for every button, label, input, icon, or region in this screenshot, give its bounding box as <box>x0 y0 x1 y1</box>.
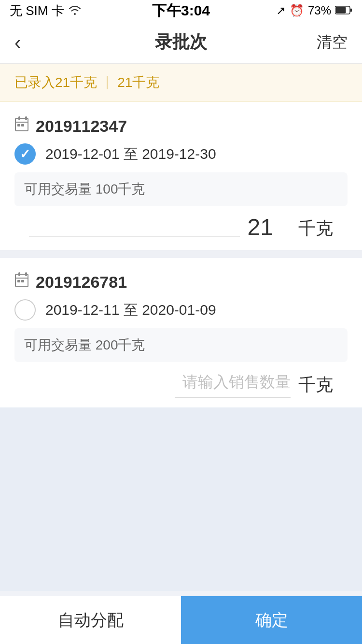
batch-1-card: 2019112347 2019-12-01 至 2019-12-30 可用交易量… <box>0 102 362 250</box>
batch-2-header: 2019126781 <box>14 272 348 292</box>
confirm-button[interactable]: 确定 <box>181 596 362 644</box>
batch-2-input-placeholder[interactable]: 请输入销售数量 <box>182 372 291 393</box>
svg-rect-10 <box>18 272 20 276</box>
batch-1-radio[interactable] <box>14 143 36 165</box>
batch-2-date: 2019-12-11 至 2020-01-09 <box>45 300 216 320</box>
batch-1-header: 2019112347 <box>14 116 348 136</box>
clear-button[interactable]: 清空 <box>317 32 348 53</box>
batch-1-id: 2019112347 <box>36 117 127 136</box>
battery-text: 73% <box>308 4 331 17</box>
batch-2-icon <box>14 272 31 292</box>
batch-2-avail: 可用交易量 200千克 <box>14 328 348 362</box>
batch-1-avail: 可用交易量 100千克 <box>14 172 348 206</box>
bottom-bar: 自动分配 确定 <box>0 596 362 644</box>
back-button[interactable]: ‹ <box>14 33 21 52</box>
batch-1-quantity-row: 21 千克 <box>14 206 348 250</box>
batch-2-row[interactable]: 2019-12-11 至 2020-01-09 <box>14 299 348 321</box>
status-bar-left: 无 SIM 卡 <box>10 2 82 19</box>
location-icon: ↗ <box>276 4 286 17</box>
svg-rect-8 <box>21 124 24 126</box>
info-banner: 已录入21千克 21千克 <box>0 64 362 102</box>
batch-1-icon <box>14 116 31 136</box>
status-bar: 无 SIM 卡 下午3:04 ↗ ⏰ 73% <box>0 0 362 21</box>
info-entered-label: 已录入21千克 <box>14 73 97 92</box>
batch-2-input-underline <box>175 397 291 398</box>
auto-distribute-button[interactable]: 自动分配 <box>0 596 181 644</box>
wifi-icon <box>68 3 82 18</box>
batch-2-unit: 千克 <box>298 373 333 397</box>
svg-rect-5 <box>25 116 27 120</box>
batch-1-row[interactable]: 2019-12-01 至 2019-12-30 <box>14 143 348 165</box>
batch-1-date: 2019-12-01 至 2019-12-30 <box>45 144 216 164</box>
info-divider <box>107 76 108 89</box>
empty-area <box>0 407 362 591</box>
batch-2-id: 2019126781 <box>36 273 127 292</box>
info-value: 21千克 <box>117 73 159 92</box>
batch-2-radio[interactable] <box>14 299 36 321</box>
svg-rect-11 <box>25 272 27 276</box>
svg-rect-14 <box>21 280 24 282</box>
alarm-icon: ⏰ <box>290 4 304 17</box>
section-divider-1 <box>0 250 362 258</box>
batch-2-input-row: 请输入销售数量 千克 <box>14 362 348 407</box>
carrier-text: 无 SIM 卡 <box>10 2 64 19</box>
nav-bar: ‹ 录批次 清空 <box>0 21 362 64</box>
svg-rect-7 <box>17 124 20 126</box>
batch-1-quantity-value[interactable]: 21 <box>248 214 273 240</box>
page-title: 录批次 <box>155 30 207 54</box>
svg-rect-1 <box>350 9 352 12</box>
batch-1-quantity-unit: 千克 <box>298 217 333 240</box>
svg-rect-4 <box>18 116 20 120</box>
svg-rect-2 <box>336 7 346 14</box>
status-bar-right: ↗ ⏰ 73% <box>276 4 352 17</box>
status-bar-time: 下午3:04 <box>152 1 210 21</box>
svg-rect-13 <box>17 280 20 282</box>
batch-2-card: 2019126781 2019-12-11 至 2020-01-09 可用交易量… <box>0 258 362 407</box>
battery-icon <box>335 4 352 17</box>
